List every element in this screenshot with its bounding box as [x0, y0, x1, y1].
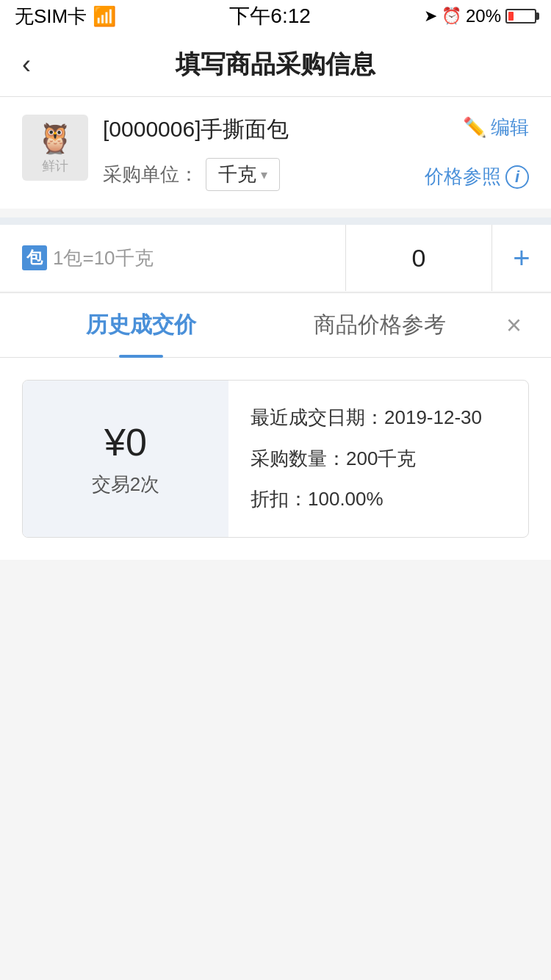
edit-label: 编辑 — [491, 115, 529, 140]
unit-value: 千克 — [218, 162, 256, 187]
product-section: 🦉 鲜计 [0000006]手撕面包 采购单位： 千克 ▾ ✏️ 编辑 — [0, 97, 551, 209]
price-ref-label: 价格参照 — [425, 164, 501, 190]
carrier-text: 无SIM卡 — [15, 4, 87, 29]
unit-dropdown[interactable]: 千克 ▾ — [206, 158, 280, 191]
alarm-icon: ⏰ — [442, 7, 461, 26]
chevron-down-icon: ▾ — [261, 167, 267, 183]
product-logo-icon: 🦉 — [37, 121, 73, 156]
status-right: ➤ ⏰ 20% — [424, 6, 536, 26]
product-name: [0000006]手撕面包 — [103, 115, 289, 145]
section-divider — [0, 217, 551, 225]
quantity-controls: + — [345, 225, 551, 291]
unit-label: 采购单位： — [103, 162, 198, 187]
page-title: 填写商品采购信息 — [176, 48, 375, 82]
edit-icon: ✏️ — [463, 116, 486, 139]
price-card: ¥0 交易2次 最近成交日期：2019-12-30 采购数量：200千克 折扣：… — [22, 380, 529, 538]
main-content-area — [0, 560, 551, 971]
location-icon: ➤ — [424, 7, 437, 26]
tab-bar: 历史成交价 商品价格参考 × — [0, 293, 551, 358]
price-transactions: 交易2次 — [92, 472, 159, 497]
last-transaction-date: 最近成交日期：2019-12-30 — [251, 403, 506, 433]
price-amount: ¥0 — [104, 420, 147, 464]
product-logo-text: 鲜计 — [42, 157, 68, 175]
panel-close-button[interactable]: × — [499, 305, 529, 346]
battery-icon — [505, 9, 536, 24]
back-button[interactable]: ‹ — [15, 42, 38, 87]
quantity-plus-button[interactable]: + — [492, 225, 551, 291]
battery-percent: 20% — [466, 6, 501, 26]
status-bar: 无SIM卡 📶 下午6:12 ➤ ⏰ 20% — [0, 0, 551, 32]
bottom-panel: 历史成交价 商品价格参考 × ¥0 交易2次 最近成交日期：2019-12-30… — [0, 292, 551, 560]
unit-icon-box: 包 — [22, 245, 47, 270]
status-time: 下午6:12 — [229, 2, 311, 30]
info-icon: i — [505, 165, 529, 189]
tab-history-price[interactable]: 历史成交价 — [22, 293, 260, 358]
price-card-left: ¥0 交易2次 — [23, 381, 228, 537]
unit-conversion-text: 1包=10千克 — [53, 245, 154, 271]
discount: 折扣：100.00% — [251, 484, 506, 515]
status-left: 无SIM卡 📶 — [15, 4, 116, 29]
edit-button[interactable]: ✏️ 编辑 — [463, 115, 529, 140]
history-price-content: ¥0 交易2次 最近成交日期：2019-12-30 采购数量：200千克 折扣：… — [0, 358, 551, 560]
quantity-input[interactable] — [345, 225, 492, 291]
tab-product-price-reference[interactable]: 商品价格参考 — [260, 293, 498, 358]
price-card-right: 最近成交日期：2019-12-30 采购数量：200千克 折扣：100.00% — [228, 381, 528, 537]
price-reference-button[interactable]: 价格参照 i — [425, 164, 529, 190]
product-thumbnail: 🦉 鲜计 — [22, 115, 88, 181]
purchase-quantity: 采购数量：200千克 — [251, 444, 506, 475]
nav-bar: ‹ 填写商品采购信息 — [0, 32, 551, 97]
quantity-section: 包 1包=10千克 + — [0, 225, 551, 291]
wifi-icon: 📶 — [93, 5, 116, 28]
